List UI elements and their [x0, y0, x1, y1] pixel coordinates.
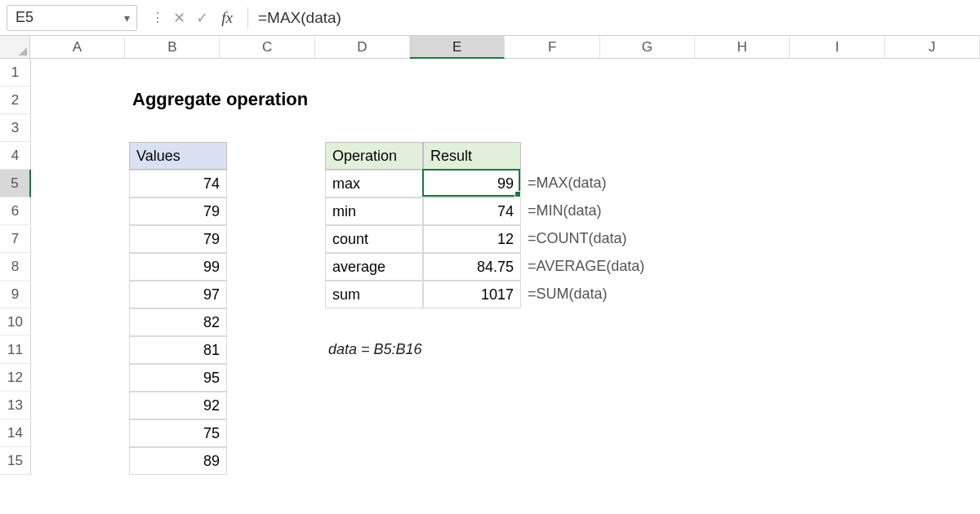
row-header-7[interactable]: 7 — [0, 225, 31, 253]
row-header-5[interactable]: 5 — [0, 170, 31, 197]
operation-cell[interactable]: average — [325, 253, 423, 281]
row-header-11[interactable]: 11 — [0, 336, 31, 364]
row-header-3[interactable]: 3 — [0, 114, 31, 142]
name-box-value: E5 — [16, 9, 33, 26]
values-header: Values — [129, 142, 227, 170]
row-header-4[interactable]: 4 — [0, 142, 31, 170]
formula-text: =AVERAGE(data) — [521, 253, 717, 281]
row-header-14[interactable]: 14 — [0, 419, 31, 447]
operation-cell[interactable]: sum — [325, 281, 423, 308]
chevron-down-icon: ▾ — [124, 11, 130, 24]
column-header-H[interactable]: H — [695, 36, 790, 58]
column-header-E[interactable]: E — [410, 36, 505, 59]
values-cell[interactable]: 92 — [129, 392, 227, 419]
values-cell[interactable]: 89 — [129, 447, 227, 475]
row-headers-column: 123456789101112131415 — [0, 59, 31, 475]
operation-cell[interactable]: count — [325, 225, 423, 253]
column-header-A[interactable]: A — [30, 36, 125, 58]
named-range-note: data = B5:B16 — [325, 336, 521, 364]
operation-header: Operation — [325, 142, 423, 170]
values-cell[interactable]: 79 — [129, 197, 227, 225]
row-header-2[interactable]: 2 — [0, 86, 31, 114]
select-all-corner[interactable] — [0, 36, 30, 58]
values-cell[interactable]: 75 — [129, 419, 227, 447]
operation-cell[interactable]: max — [325, 170, 423, 197]
row-header-1[interactable]: 1 — [0, 59, 31, 86]
column-header-D[interactable]: D — [315, 36, 410, 58]
formula-text: =MIN(data) — [521, 197, 717, 225]
column-header-B[interactable]: B — [125, 36, 220, 58]
column-header-J[interactable]: J — [885, 36, 980, 58]
row-header-13[interactable]: 13 — [0, 392, 31, 419]
formula-input[interactable]: =MAX(data) — [255, 9, 980, 27]
column-header-I[interactable]: I — [790, 36, 884, 58]
values-cell[interactable]: 95 — [129, 364, 227, 392]
column-header-C[interactable]: C — [220, 36, 314, 58]
formula-text: =MAX(data) — [521, 170, 717, 197]
result-cell[interactable]: 84.75 — [423, 253, 521, 281]
values-cell[interactable]: 79 — [129, 225, 227, 253]
result-header: Result — [423, 142, 521, 170]
name-box[interactable]: E5 ▾ — [7, 5, 137, 31]
row-header-6[interactable]: 6 — [0, 197, 31, 225]
row-header-8[interactable]: 8 — [0, 253, 31, 281]
row-header-10[interactable]: 10 — [0, 308, 31, 336]
row-header-9[interactable]: 9 — [0, 281, 31, 308]
enter-check-icon[interactable]: ✓ — [190, 9, 213, 27]
values-cell[interactable]: 82 — [129, 308, 227, 336]
values-cell[interactable]: 99 — [129, 253, 227, 281]
result-cell[interactable]: 1017 — [423, 281, 521, 308]
result-cell[interactable]: 99 — [423, 170, 521, 197]
column-headers-row: ABCDEFGHIJ — [0, 36, 980, 59]
fx-icon[interactable]: fx — [213, 9, 241, 27]
row-header-15[interactable]: 15 — [0, 447, 31, 475]
spreadsheet-grid[interactable]: ABCDEFGHIJ 123456789101112131415 Aggrega… — [0, 36, 980, 514]
values-cell[interactable]: 74 — [129, 170, 227, 197]
formula-text: =SUM(data) — [521, 281, 717, 308]
formula-bar-resize-icon[interactable]: ⋮ — [148, 11, 167, 24]
formula-text: =COUNT(data) — [521, 225, 717, 253]
operation-cell[interactable]: min — [325, 197, 423, 225]
column-header-G[interactable]: G — [600, 36, 695, 58]
page-title: Aggregate operation — [129, 86, 423, 114]
cells-layer[interactable]: Aggregate operationValues747979999782819… — [31, 59, 980, 475]
result-cell[interactable]: 12 — [423, 225, 521, 253]
row-header-12[interactable]: 12 — [0, 364, 31, 392]
result-cell[interactable]: 74 — [423, 197, 521, 225]
cancel-icon[interactable]: ✕ — [167, 9, 190, 27]
values-cell[interactable]: 81 — [129, 336, 227, 364]
formula-bar: E5 ▾ ⋮ ✕ ✓ fx =MAX(data) — [0, 0, 980, 36]
values-cell[interactable]: 97 — [129, 281, 227, 308]
column-header-F[interactable]: F — [505, 36, 599, 58]
